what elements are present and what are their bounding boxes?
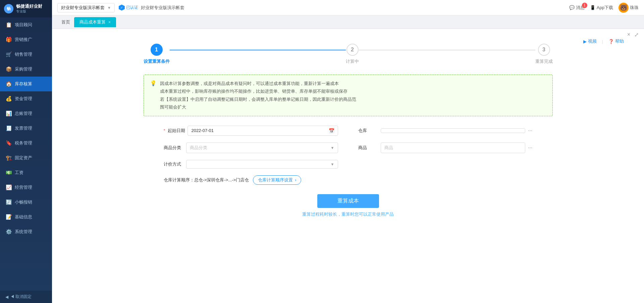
sidebar-item-marketing[interactable]: 🎁 营销推广 bbox=[0, 32, 52, 47]
sidebar-item-label-operation: 经营管理 bbox=[15, 184, 32, 190]
steps-container: 1 设置重算条件 2 计算中 3 重算完成 bbox=[144, 44, 553, 64]
topbar-left: 好业财专业版演示帐套 ▼ ✓ 已认证 好业财专业版演示帐套 bbox=[57, 3, 569, 12]
sidebar-item-assets[interactable]: 🏗️ 固定资产 bbox=[0, 150, 52, 165]
project-icon: 📋 bbox=[5, 21, 12, 28]
sidebar-item-tax[interactable]: 🔖 税务管理 bbox=[0, 136, 52, 150]
system-icon: ⚙️ bbox=[5, 228, 12, 235]
category-input[interactable]: 商品分类 ▼ bbox=[186, 142, 338, 153]
sidebar-item-operation[interactable]: 📈 经营管理 bbox=[0, 180, 52, 195]
account-selector-arrow: ▼ bbox=[107, 6, 111, 10]
close-window-icon[interactable]: × bbox=[627, 32, 630, 38]
form-row-3: 计价方式 ▼ bbox=[164, 160, 533, 169]
verified-badge: ✓ 已认证 bbox=[119, 5, 138, 11]
category-arrow-icon: ▼ bbox=[331, 146, 334, 150]
step-1-label: 设置重算条件 bbox=[144, 58, 170, 64]
step-line-2-3 bbox=[359, 50, 535, 50]
step-2-circle: 2 bbox=[346, 44, 359, 56]
info-text: 因成本计算参数调整，或是对商品成本有疑问时，可以通过成本重算功能，重新计算一遍成… bbox=[160, 80, 356, 111]
invoice-icon: 🧾 bbox=[5, 125, 12, 132]
sidebar-logo: 畅 畅捷通好业财 专业版 bbox=[0, 0, 52, 17]
app-download-action[interactable]: 📱 App下载 bbox=[590, 5, 613, 11]
sidebar-item-label-salary: 工资 bbox=[15, 170, 23, 176]
step-2: 2 计算中 bbox=[346, 44, 359, 64]
salary-icon: 💵 bbox=[5, 169, 12, 176]
step-3-label: 重算完成 bbox=[535, 58, 553, 64]
sidebar-item-inventory[interactable]: 🏠 库存核算 bbox=[0, 77, 52, 91]
sidebar-item-label-finance: 资金管理 bbox=[15, 96, 32, 102]
operation-icon: 📈 bbox=[5, 184, 12, 191]
sidebar-item-label-system: 系统管理 bbox=[15, 229, 32, 235]
video-link[interactable]: ▶ 视频 bbox=[583, 38, 597, 44]
price-method-input[interactable]: ▼ bbox=[186, 160, 338, 169]
unpin-icon: ◀ bbox=[5, 295, 8, 299]
sidebar-item-purchase[interactable]: 📦 采购管理 bbox=[0, 62, 52, 77]
sidebar-item-salary[interactable]: 💵 工资 bbox=[0, 165, 52, 180]
help-link[interactable]: ❓ 帮助 bbox=[608, 38, 624, 44]
window-controls: × ⤢ bbox=[627, 32, 639, 38]
sidebar-item-label-inventory: 库存核算 bbox=[15, 81, 32, 87]
chevron-right-icon: › bbox=[295, 177, 296, 182]
warehouse-more-icon[interactable]: ··· bbox=[528, 128, 532, 134]
goods-input[interactable]: 商品 bbox=[381, 142, 525, 153]
finance-icon: 💰 bbox=[5, 95, 12, 102]
sales-icon: 🛒 bbox=[5, 51, 12, 58]
mobile-icon: 📱 bbox=[590, 5, 595, 10]
assets-icon: 🏗️ bbox=[5, 155, 12, 161]
basic-icon: 📝 bbox=[5, 214, 12, 220]
price-method-field: 计价方式 ▼ bbox=[164, 160, 338, 169]
content-area: × ⤢ ▶ 视频 | ❓ 帮助 1 设置重算条件 bbox=[52, 29, 644, 303]
sidebar-item-sales[interactable]: 🛒 销售管理 bbox=[0, 47, 52, 62]
message-icon: 💬 bbox=[569, 5, 575, 10]
step-1: 1 设置重算条件 bbox=[144, 44, 170, 64]
shield-icon: ✓ bbox=[119, 5, 125, 11]
sidebar-item-accounting[interactable]: 📊 总账管理 bbox=[0, 106, 52, 121]
tabbar: 首页 商品成本重算 × bbox=[52, 15, 644, 29]
recalc-section: 重算成本 重算过程耗时较长，重算时您可以正常使用产品 bbox=[164, 194, 533, 217]
app-logo-icon: 畅 bbox=[4, 4, 13, 13]
warehouse-field: 仓库 ··· bbox=[358, 128, 533, 134]
question-icon: ❓ bbox=[608, 39, 614, 44]
sidebar-item-project[interactable]: 📋 项目顾问 bbox=[0, 17, 52, 32]
sidebar-item-finance[interactable]: 💰 资金管理 bbox=[0, 91, 52, 106]
sidebar-item-system[interactable]: ⚙️ 系统管理 bbox=[0, 224, 52, 239]
top-links: ▶ 视频 | ❓ 帮助 bbox=[583, 38, 624, 44]
form-row-2: 商品分类 商品分类 ▼ 商品 商品 ··· bbox=[164, 142, 533, 153]
account-selector[interactable]: 好业财专业版演示帐套 ▼ bbox=[57, 3, 115, 12]
play-icon: ▶ bbox=[583, 39, 587, 44]
recalc-button[interactable]: 重算成本 bbox=[317, 194, 379, 208]
sidebar-item-label-basic: 基础信息 bbox=[15, 214, 32, 220]
sidebar-item-expense[interactable]: 🔄 小畅报销 bbox=[0, 195, 52, 210]
goods-more-icon[interactable]: ··· bbox=[528, 145, 532, 151]
user-avatar: 🐻 bbox=[619, 3, 629, 13]
step-line-1-2 bbox=[170, 50, 346, 50]
marketing-icon: 🎁 bbox=[5, 36, 12, 43]
topbar-right: 💬 消息 1 📱 App下载 🐻 珠珠 bbox=[569, 3, 639, 13]
sidebar-item-label-tax: 税务管理 bbox=[15, 140, 32, 146]
goods-field: 商品 商品 ··· bbox=[358, 142, 533, 153]
start-date-input[interactable]: 2022-07-01 📅 bbox=[187, 126, 338, 136]
sidebar-item-invoice[interactable]: 🧾 发票管理 bbox=[0, 121, 52, 136]
form-row-1: * 起始日期 2022-07-01 📅 仓库 bbox=[164, 126, 533, 136]
expense-icon: 🔄 bbox=[5, 199, 12, 206]
sidebar-item-label-purchase: 采购管理 bbox=[15, 66, 32, 72]
accounting-icon: 📊 bbox=[5, 110, 12, 117]
warehouse-input[interactable] bbox=[381, 128, 525, 133]
inventory-icon: 🏠 bbox=[5, 81, 12, 87]
user-menu[interactable]: 🐻 珠珠 bbox=[619, 3, 639, 13]
tab-cost-recalc[interactable]: 商品成本重算 × bbox=[74, 17, 116, 27]
message-action[interactable]: 💬 消息 1 bbox=[569, 5, 585, 11]
sidebar-item-label-invoice: 发票管理 bbox=[15, 125, 32, 131]
app-logo-text: 畅捷通好业财 专业版 bbox=[16, 4, 42, 14]
sidebar-menu: 📋 项目顾问 🎁 营销推广 🛒 销售管理 📦 采购管理 🏠 库存核算 💰 资金管… bbox=[0, 17, 52, 291]
tab-close-button[interactable]: × bbox=[108, 20, 111, 25]
tab-home[interactable]: 首页 bbox=[57, 17, 74, 27]
sidebar-item-basic[interactable]: 📝 基础信息 bbox=[0, 210, 52, 224]
warehouse-order-row: 仓库计算顺序：总仓->深圳仓库->...->门店仓 仓库计算顺序设置 › bbox=[164, 175, 533, 185]
sidebar-unpin[interactable]: ◀ ◀ 取消固定 bbox=[0, 291, 52, 303]
sidebar-item-label-assets: 固定资产 bbox=[15, 155, 32, 161]
step-3-circle: 3 bbox=[538, 44, 550, 56]
sidebar: 畅 畅捷通好业财 专业版 📋 项目顾问 🎁 营销推广 🛒 销售管理 📦 采购管理… bbox=[0, 0, 52, 303]
category-field: 商品分类 商品分类 ▼ bbox=[164, 142, 338, 153]
expand-window-icon[interactable]: ⤢ bbox=[634, 32, 639, 38]
warehouse-order-btn[interactable]: 仓库计算顺序设置 › bbox=[253, 175, 301, 185]
